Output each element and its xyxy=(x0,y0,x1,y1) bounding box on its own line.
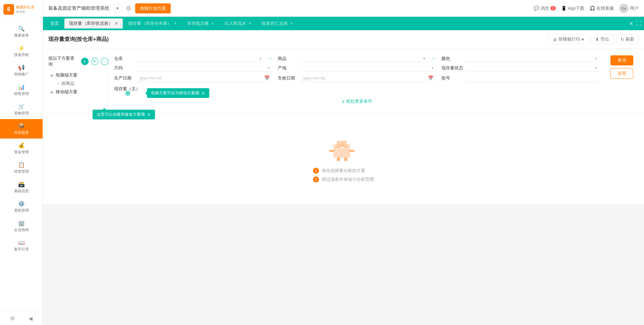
filter-back-button[interactable]: ← xyxy=(101,58,108,65)
experience-button[interactable]: 体验行业方案 xyxy=(135,3,171,13)
tab-actions: ✕ ⛶ xyxy=(629,20,641,27)
sidebar-label-sales: 销售管理 xyxy=(14,91,29,96)
base-icon: 🗃️ xyxy=(18,181,25,187)
origin-select[interactable]: ▾ xyxy=(301,65,436,71)
tab-batch[interactable]: 库存批次账 ✕ xyxy=(182,18,219,29)
tooltip-1-close[interactable]: ✕ xyxy=(201,91,205,96)
filter-row-3: 生产日期 yyyy-mm-dd 📅 失效日期 yyyy-mm-dd xyxy=(114,74,600,82)
sidebar-item-enterprise[interactable]: 🏢 企业协同 xyxy=(0,216,43,236)
sidebar-item-base[interactable]: 🗃️ 基础信息 xyxy=(0,177,43,197)
collapse-chevron-icon: ∧ xyxy=(341,99,345,104)
tab-flow[interactable]: 出入库流水 ✕ xyxy=(220,18,256,29)
tab-home[interactable]: 首页 xyxy=(46,18,64,29)
filter-refresh-button[interactable]: ↻ xyxy=(91,58,99,65)
tab-batch-close[interactable]: ✕ xyxy=(211,21,214,26)
tab-close-all-icon[interactable]: ✕ xyxy=(629,20,633,27)
batch-input[interactable] xyxy=(464,74,600,82)
sidebar: 6 畅通好生意 标准版 🔍 搜索菜单 ⚡ 快速导航 📢 营销推广 📊 销售管理 … xyxy=(0,0,43,325)
sidebar-item-guide[interactable]: 📖 新手引导 xyxy=(0,236,43,255)
search-button[interactable]: 查询 xyxy=(610,55,633,65)
export-button[interactable]: ⬆ 导出 xyxy=(591,34,613,44)
color-chevron: ▾ xyxy=(595,57,597,60)
filter-add-button[interactable]: + xyxy=(81,58,89,65)
stock-status-select[interactable]: ▾ xyxy=(466,65,600,71)
user-item[interactable]: Ea 用户 xyxy=(619,4,639,13)
step-1-num: 1 xyxy=(313,168,319,174)
enterprise-icon: 🏢 xyxy=(18,220,25,226)
product-filter: 商品 ▾ ··· xyxy=(278,55,436,62)
size-filter: 尺码 ▾ xyxy=(114,65,272,71)
sidebar-label-enterprise: 企业协同 xyxy=(14,227,29,232)
size-select[interactable]: ▾ xyxy=(137,65,272,71)
sidebar-item-sales[interactable]: 📊 销售管理 xyxy=(0,80,43,100)
app-download-label: App下载 xyxy=(568,5,584,11)
filter-form: 仓库 ▾ ··· 商品 ▾ ··· xyxy=(109,53,605,110)
tab-maximize-icon[interactable]: ⛶ xyxy=(636,20,641,26)
expiry-date-input[interactable]: yyyy-mm-dd 📅 xyxy=(301,74,436,82)
tooltip-2-close[interactable]: ✕ xyxy=(147,112,151,117)
collapse-bottom-icon[interactable]: ◀ xyxy=(29,315,33,322)
settings-bottom-icon[interactable]: ⚙ xyxy=(10,315,15,322)
main-area: 装备及固定资产辅助管理系统 ▾ ⚙ 体验行业方案 💬 消息 6 📱 App下载 … xyxy=(43,0,644,325)
headset-icon: 🎧 xyxy=(590,6,595,11)
print-icon: 🖨 xyxy=(553,37,557,42)
tab-bar: 首页 现存量（库存状况表） ✕ 现存量（库存分布表） ✕ 库存批次账 ✕ 出入库… xyxy=(43,17,644,30)
product-dots[interactable]: ··· xyxy=(432,56,436,62)
color-select[interactable]: ▾ xyxy=(464,55,600,62)
tab-flow-label: 出入库流水 xyxy=(224,20,246,26)
operations-icon: 📋 xyxy=(18,161,25,168)
tab-inventory-status[interactable]: 现存量（库存状况表） ✕ xyxy=(64,18,123,29)
pc-scheme-item[interactable]: ▶ 电脑端方案 xyxy=(48,71,108,79)
empty-step-2: 2 用过滤条件来缩小分析范围 xyxy=(313,175,374,184)
tab-inventory-dist-close[interactable]: ✕ xyxy=(174,21,177,26)
filter-section: 按以下方案查询 + ↻ ← ▶ 电脑端方案 xyxy=(43,49,644,114)
quick-icon: ⚡ xyxy=(18,45,25,51)
sidebar-label-inventory: 库存核算 xyxy=(14,130,29,135)
warehouse-dots[interactable]: ··· xyxy=(268,56,272,62)
tab-flow-close[interactable]: ✕ xyxy=(248,21,252,26)
system-dropdown[interactable]: ▾ xyxy=(113,4,122,12)
export-label: 导出 xyxy=(600,36,609,42)
tab-inventory-dist[interactable]: 现存量（库存分布表） ✕ xyxy=(123,18,182,29)
header-settings-icon[interactable]: ⚙ xyxy=(126,5,131,12)
app-download-item[interactable]: 📱 App下载 xyxy=(561,5,584,11)
empty-state: 1 请先选择要分析的方案 2 用过滤条件来缩小分析范围 xyxy=(43,114,644,204)
sidebar-item-system[interactable]: ⚙️ 系统管理 xyxy=(0,197,43,216)
tooltip-scheme-2: 这里可以创建和修改方案哦 ✕ xyxy=(93,110,155,119)
pc-sub-item-product[interactable]: • 按商品 xyxy=(55,79,108,88)
phone-icon: 📱 xyxy=(561,6,567,11)
print-button[interactable]: 🖨 按模板打印 ▾ xyxy=(548,34,588,44)
header-left: 装备及固定资产辅助管理系统 ▾ ⚙ 体验行业方案 xyxy=(48,3,171,13)
tooltip-2-text: 这里可以创建和修改方案哦 xyxy=(97,112,145,117)
filter-settings-button[interactable]: 设置 xyxy=(610,68,633,79)
production-date-calendar-icon[interactable]: 📅 xyxy=(264,75,270,80)
online-support-label: 在线客服 xyxy=(596,5,614,11)
tab-summary-close[interactable]: ✕ xyxy=(290,21,293,26)
sidebar-item-operations[interactable]: 📋 经营管理 xyxy=(0,158,43,177)
stock-label: 现存量（主） xyxy=(114,86,140,92)
mobile-scheme-item[interactable]: ▶ 移动端方案 xyxy=(48,88,108,96)
tab-inventory-status-close[interactable]: ✕ xyxy=(115,21,118,26)
product-select[interactable]: ▾ xyxy=(301,55,428,62)
messages-item[interactable]: 💬 消息 6 xyxy=(534,5,556,11)
sidebar-label-base: 基础信息 xyxy=(14,188,29,194)
warehouse-select[interactable]: ▾ xyxy=(137,55,264,62)
sidebar-item-inventory[interactable]: 📦 库存核算 xyxy=(0,119,43,139)
refresh-button[interactable]: ↻ 刷新 xyxy=(616,34,639,44)
tab-summary[interactable]: 收发存汇总表 ✕ xyxy=(257,18,298,29)
sidebar-bottom: ⚙ ◀ xyxy=(0,312,43,325)
sidebar-item-search[interactable]: 🔍 搜索菜单 xyxy=(0,22,43,41)
pc-scheme-label: 电脑端方案 xyxy=(56,72,77,78)
empty-icon xyxy=(327,134,360,161)
sidebar-item-quick[interactable]: ⚡ 快速导航 xyxy=(0,41,43,61)
online-support-item[interactable]: 🎧 在线客服 xyxy=(590,5,614,11)
sidebar-item-marketing[interactable]: 📢 营销推广 xyxy=(0,61,43,80)
sidebar-item-purchase[interactable]: 🛒 采购管理 xyxy=(0,100,43,119)
search-btn-group: 查询 设置 xyxy=(605,53,639,110)
sidebar-item-finance[interactable]: 💰 资金管理 xyxy=(0,139,43,158)
color-label: 颜色 xyxy=(441,56,462,62)
svg-rect-9 xyxy=(337,158,340,161)
production-date-label: 生产日期 xyxy=(114,75,134,81)
expiry-date-calendar-icon[interactable]: 📅 xyxy=(428,75,433,80)
production-date-input[interactable]: yyyy-mm-dd 📅 xyxy=(137,74,272,82)
